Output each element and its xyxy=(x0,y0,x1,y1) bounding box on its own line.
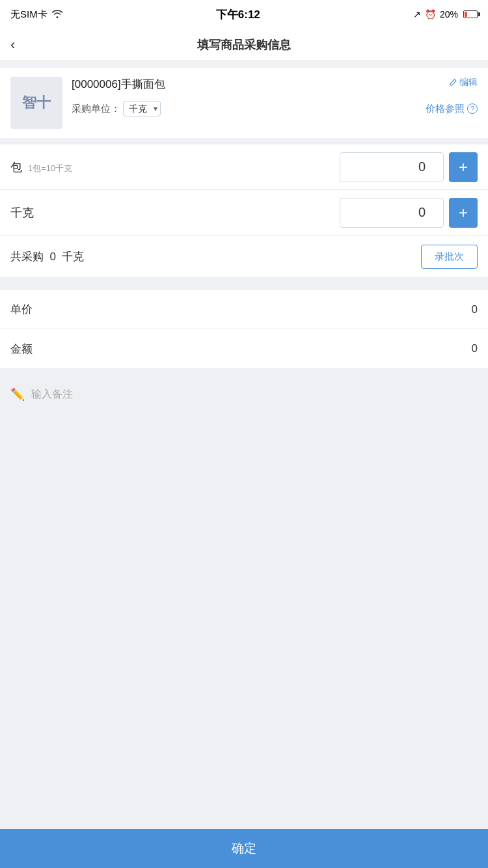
batch-label: 录批次 xyxy=(435,251,464,262)
divider-band-1 xyxy=(0,138,488,144)
bag-qty-wrapper: + xyxy=(340,152,478,182)
bag-qty-input[interactable] xyxy=(340,152,444,182)
product-name: [0000006]手撕面包 xyxy=(72,77,165,92)
wifi-icon xyxy=(51,9,63,20)
info-section: 单价 0 金额 0 xyxy=(0,290,488,368)
unit-label-group: 采购单位： 千克 xyxy=(72,101,161,116)
bag-input-row: 包 1包=10千克 + xyxy=(0,144,488,190)
kg-input-row: 千克 + xyxy=(0,190,488,236)
product-image: 智十 xyxy=(10,77,62,129)
empty-space xyxy=(0,414,488,596)
product-info: [0000006]手撕面包 编辑 采购单位： 千克 xyxy=(72,77,478,116)
product-logo-text: 智十 xyxy=(22,93,51,113)
bag-label-group: 包 1包=10千克 xyxy=(10,159,340,175)
battery-percent: 20% xyxy=(440,9,458,20)
price-ref-label: 价格参照 xyxy=(426,103,465,115)
purchase-unit-row: 采购单位： 千克 价格参照 ? xyxy=(72,101,478,116)
batch-button[interactable]: 录批次 xyxy=(421,245,478,269)
kg-qty-input[interactable] xyxy=(340,198,444,228)
kg-label: 千克 xyxy=(10,205,340,221)
unit-select[interactable]: 千克 xyxy=(123,101,161,116)
unit-price-value: 0 xyxy=(472,303,478,316)
help-icon: ? xyxy=(467,103,478,114)
unit-select-wrapper[interactable]: 千克 xyxy=(123,101,161,116)
divider-band-2 xyxy=(0,277,488,284)
carrier-label: 无SIM卡 xyxy=(10,8,47,21)
total-suffix: 千克 xyxy=(62,251,84,263)
unit-price-label: 单价 xyxy=(10,302,33,317)
status-bar: 无SIM卡 下午6:12 ↗ ⏰ 20% xyxy=(0,0,488,29)
product-card: 智十 [0000006]手撕面包 编辑 采购单位： 千克 xyxy=(0,68,488,138)
edit-button[interactable]: 编辑 xyxy=(448,77,478,88)
amount-label: 金额 xyxy=(10,342,33,357)
total-prefix: 共采购 xyxy=(10,251,44,263)
back-button[interactable]: ‹ xyxy=(10,36,15,53)
note-section[interactable]: ✏️ 输入备注 xyxy=(0,375,488,414)
amount-row: 金额 0 xyxy=(0,329,488,368)
total-amount: 0 xyxy=(49,251,55,263)
kg-plus-button[interactable]: + xyxy=(449,198,478,228)
kg-qty-wrapper: + xyxy=(340,198,478,228)
nav-title: 填写商品采购信息 xyxy=(197,37,291,53)
edit-label: 编辑 xyxy=(459,77,478,88)
confirm-bar[interactable]: 确定 xyxy=(0,829,488,868)
price-ref-button[interactable]: 价格参照 ? xyxy=(426,103,478,115)
total-text: 共采购 0 千克 xyxy=(10,249,84,264)
product-title-row: [0000006]手撕面包 编辑 xyxy=(72,77,478,92)
status-right: ↗ ⏰ 20% xyxy=(413,9,478,20)
confirm-text: 确定 xyxy=(232,840,256,857)
bag-plus-button[interactable]: + xyxy=(449,152,478,182)
amount-value: 0 xyxy=(472,342,478,355)
nav-bar: ‹ 填写商品采购信息 xyxy=(0,29,488,61)
total-row: 共采购 0 千克 录批次 xyxy=(0,236,488,277)
bag-sublabel: 1包=10千克 xyxy=(28,163,72,173)
main-content: 智十 [0000006]手撕面包 编辑 采购单位： 千克 xyxy=(0,68,488,835)
unit-label: 采购单位： xyxy=(72,103,120,114)
bag-label: 包 xyxy=(10,161,22,174)
alarm-icon: ⏰ xyxy=(425,9,436,20)
unit-price-row: 单价 0 xyxy=(0,290,488,329)
pencil-icon: ✏️ xyxy=(10,387,25,401)
location-icon: ↗ xyxy=(413,9,421,20)
status-time: 下午6:12 xyxy=(216,7,260,22)
status-left: 无SIM卡 xyxy=(10,8,63,21)
note-placeholder: 输入备注 xyxy=(31,388,73,401)
battery-icon xyxy=(463,10,478,18)
